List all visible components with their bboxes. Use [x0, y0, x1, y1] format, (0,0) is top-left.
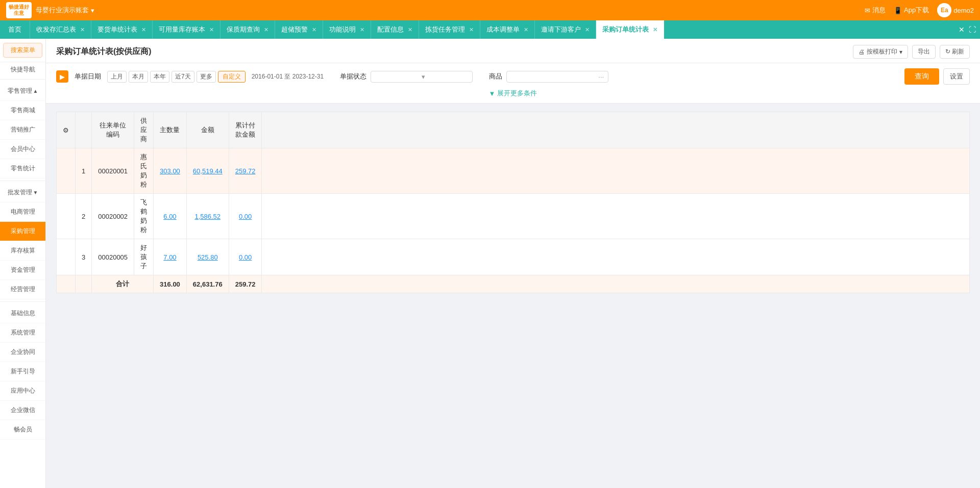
- row-amount[interactable]: 1,586.52: [186, 194, 229, 239]
- sidebar-item-basic-info-label: 基础信息: [11, 310, 35, 317]
- row-supplier: 飞鹤奶粉: [134, 194, 154, 239]
- sidebar-item-enterprise-wechat[interactable]: 企业微信: [0, 401, 45, 420]
- tab-controls: ✕ ⛶: [954, 25, 980, 34]
- company-selector[interactable]: 母婴行业演示账套 ▾: [36, 6, 94, 15]
- sidebar-quick-nav[interactable]: 快捷导航: [0, 62, 45, 77]
- tab-batch-task[interactable]: 拣货任务管理 ✕: [419, 20, 480, 39]
- tab-overstock[interactable]: 超储预警 ✕: [275, 20, 323, 39]
- date-range-display: 2016-01-01 至 2023-12-31: [252, 72, 324, 81]
- sidebar-item-app-center[interactable]: 应用中心: [0, 381, 45, 401]
- search-menu-btn[interactable]: 搜索菜单: [3, 43, 42, 58]
- tab-invite-downstream-close[interactable]: ✕: [585, 27, 590, 33]
- date-filter-label: 单据日期: [75, 72, 101, 81]
- tab-validity-close[interactable]: ✕: [264, 27, 268, 33]
- row-main-qty[interactable]: 7.00: [154, 239, 187, 275]
- sidebar-item-ecommerce[interactable]: 电商管理: [0, 202, 45, 222]
- table-area: ⚙ 往来单位编码 供应商 主数量 金额 累计付款金额 1 00020001 惠氏…: [46, 104, 980, 488]
- tab-batch-task-close[interactable]: ✕: [469, 27, 474, 33]
- tab-receive-summary-close[interactable]: ✕: [80, 27, 85, 33]
- sidebar-item-marketing[interactable]: 营销推广: [0, 120, 45, 140]
- export-btn[interactable]: 导出: [912, 45, 936, 59]
- tab-batch-task-label: 拣货任务管理: [425, 25, 465, 34]
- tab-function-desc[interactable]: 功能说明 ✕: [323, 20, 371, 39]
- sidebar-item-member[interactable]: 会员中心: [0, 140, 45, 159]
- sidebar-item-enterprise[interactable]: 企业协同: [0, 343, 45, 362]
- tab-purchase-summary[interactable]: 采购订单统计表 ✕: [596, 20, 664, 39]
- goods-more-icon[interactable]: ···: [598, 73, 604, 81]
- sidebar-item-purchase[interactable]: 采购管理: [0, 222, 45, 241]
- tab-config-info-close[interactable]: ✕: [408, 27, 412, 33]
- refresh-btn[interactable]: ↻ 刷新: [940, 45, 970, 59]
- expand-label: 展开更多条件: [497, 89, 537, 98]
- row-paid-amount[interactable]: 0.00: [229, 194, 262, 239]
- row-supplier: 好孩子: [134, 239, 154, 275]
- date-btn-custom[interactable]: 自定义: [218, 71, 246, 83]
- row-partner-code: 00020005: [92, 239, 134, 275]
- sidebar-item-sys[interactable]: 系统管理: [0, 323, 45, 343]
- tab-invite-downstream[interactable]: 邀请下游客户 ✕: [535, 20, 596, 39]
- table-row[interactable]: 1 00020001 惠氏奶粉 303.00 60,519.44 259.72: [57, 148, 970, 194]
- date-btn-this-year[interactable]: 本年: [150, 71, 169, 83]
- sidebar-item-wholesale[interactable]: 批发管理 ▼: [0, 183, 45, 202]
- query-btn[interactable]: 查询: [904, 68, 939, 85]
- nav-tabs: 首页 收发存汇总表 ✕ 要货单统计表 ✕ 可用量库存账本 ✕ 保质期查询 ✕ 超…: [0, 20, 980, 39]
- sidebar-item-wholesale-arrow: ▼: [33, 190, 38, 195]
- tab-expand[interactable]: ⛶: [969, 25, 976, 34]
- message-icon: ✉: [865, 7, 870, 14]
- template-print-btn[interactable]: 🖨 按模板打印 ▾: [853, 45, 908, 59]
- app-download-btn[interactable]: 📱 App下载: [894, 6, 929, 15]
- sidebar-item-vip[interactable]: 畅会员: [0, 420, 45, 440]
- row-amount[interactable]: 60,519.44: [186, 148, 229, 194]
- date-btn-more[interactable]: 更多: [197, 71, 216, 83]
- company-dropdown-icon: ▾: [91, 7, 94, 14]
- date-btn-last-month[interactable]: 上月: [107, 71, 127, 83]
- sidebar-item-finance[interactable]: 资金管理: [0, 261, 45, 280]
- tab-cost-adjust-close[interactable]: ✕: [524, 27, 528, 33]
- tab-purchase-summary-close[interactable]: ✕: [653, 27, 657, 33]
- settings-btn[interactable]: 设置: [943, 68, 970, 85]
- row-amount[interactable]: 525.80: [186, 239, 229, 275]
- tab-function-desc-close[interactable]: ✕: [360, 27, 364, 33]
- date-btn-7days[interactable]: 近7天: [172, 71, 194, 83]
- footer-amount: 62,631.76: [186, 275, 229, 293]
- row-main-qty[interactable]: 6.00: [154, 194, 187, 239]
- filter-toggle-btn[interactable]: ▶: [56, 70, 68, 83]
- table-footer-row: 合计 316.00 62,631.76 259.72: [57, 275, 970, 293]
- sidebar-item-biz[interactable]: 经营管理: [0, 280, 45, 299]
- sidebar-item-retail-stat[interactable]: 零售统计: [0, 159, 45, 178]
- row-partner-code: 00020002: [92, 194, 134, 239]
- tab-receive-summary[interactable]: 收发存汇总表 ✕: [30, 20, 91, 39]
- sidebar-item-new-guide-label: 新手引导: [11, 368, 35, 375]
- sidebar-item-new-guide[interactable]: 新手引导: [0, 362, 45, 381]
- expand-more-btn[interactable]: ▼ 展开更多条件: [56, 89, 970, 98]
- tab-usable-stock[interactable]: 可用量库存账本 ✕: [153, 20, 220, 39]
- table-row[interactable]: 3 00020005 好孩子 7.00 525.80 0.00: [57, 239, 970, 275]
- tab-cost-adjust[interactable]: 成本调整单 ✕: [480, 20, 535, 39]
- tab-order-summary-close[interactable]: ✕: [141, 27, 146, 33]
- user-info[interactable]: Ea demo2: [937, 3, 974, 17]
- sidebar-item-basic-info[interactable]: 基础信息: [0, 304, 45, 323]
- tab-home[interactable]: 首页: [0, 20, 30, 39]
- tab-config-info[interactable]: 配置信息 ✕: [371, 20, 419, 39]
- tab-order-summary[interactable]: 要货单统计表 ✕: [91, 20, 153, 39]
- table-row[interactable]: 2 00020002 飞鹤奶粉 6.00 1,586.52 0.00: [57, 194, 970, 239]
- sidebar-item-retail-mgmt[interactable]: 零售管理 ▲: [0, 82, 45, 101]
- tab-close-all[interactable]: ✕: [959, 25, 965, 34]
- row-paid-amount[interactable]: 0.00: [229, 239, 262, 275]
- tab-overstock-close[interactable]: ✕: [312, 27, 316, 33]
- date-btn-this-month[interactable]: 本月: [129, 71, 148, 83]
- row-paid-amount[interactable]: 259.72: [229, 148, 262, 194]
- row-main-qty[interactable]: 303.00: [154, 148, 187, 194]
- sidebar-item-enterprise-label: 企业协同: [11, 348, 35, 355]
- goods-input[interactable]: [511, 73, 598, 81]
- th-settings[interactable]: ⚙: [57, 112, 76, 148]
- tab-usable-stock-close[interactable]: ✕: [209, 27, 214, 33]
- tab-validity[interactable]: 保质期查询 ✕: [220, 20, 275, 39]
- status-select[interactable]: ▾: [371, 71, 473, 83]
- sidebar-item-retail-mall[interactable]: 零售商城: [0, 101, 45, 120]
- th-extra: [262, 112, 970, 148]
- app-icon: 📱: [894, 7, 902, 14]
- row-settings-cell: [57, 239, 76, 275]
- sidebar-item-stock-check[interactable]: 库存核算: [0, 241, 45, 261]
- message-btn[interactable]: ✉ 消息: [865, 6, 886, 15]
